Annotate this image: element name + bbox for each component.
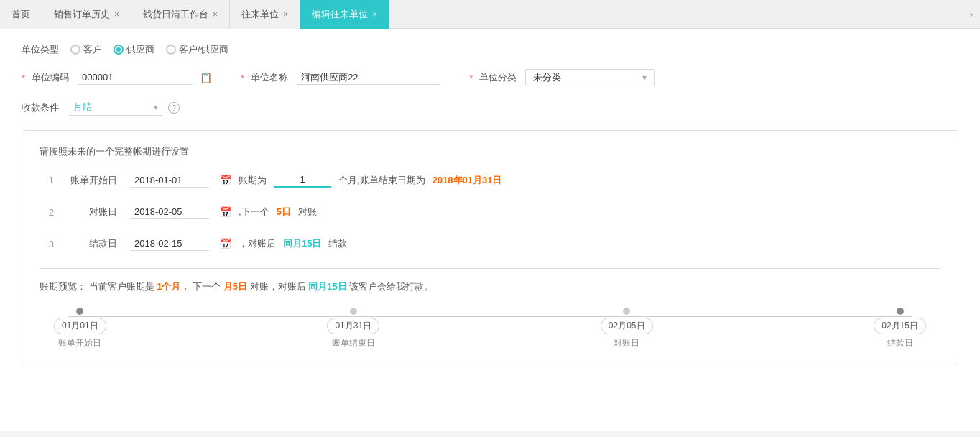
- timeline-item-1: 01月31日 账单结束日: [327, 308, 379, 349]
- unit-name-label: 单位名称: [251, 71, 288, 84]
- unit-name-group: * 单位名称: [241, 70, 440, 85]
- unit-name-input[interactable]: [297, 70, 440, 85]
- tab-cash-work-close[interactable]: ×: [213, 9, 218, 19]
- timeline-dot-3: [897, 308, 904, 315]
- payment-select[interactable]: 月结 ▾: [69, 99, 162, 116]
- row-1-month-input[interactable]: [274, 172, 331, 188]
- tab-sales-history[interactable]: 销售订单历史 ×: [42, 0, 131, 29]
- payment-value: 月结: [73, 101, 149, 114]
- payment-help-icon[interactable]: ?: [168, 102, 180, 114]
- unit-class-group: * 单位分类 未分类 ▾: [469, 69, 655, 86]
- unit-class-label: 单位分类: [479, 71, 517, 84]
- tab-counterpart-label: 往来单位: [241, 8, 279, 21]
- tab-edit-counterpart-close[interactable]: ×: [372, 9, 377, 19]
- radio-supplier[interactable]: 供应商: [114, 43, 154, 56]
- row-3-num: 3: [40, 239, 54, 249]
- timeline-dot-2: [623, 308, 630, 315]
- preview-text-2: 下一个: [193, 281, 221, 292]
- preview-text-3: 对账，对账后: [250, 281, 306, 292]
- radio-circle-supplier: [114, 45, 124, 55]
- row-1-num: 1: [40, 175, 54, 185]
- timeline-label-3: 结款日: [887, 337, 913, 349]
- timeline-items: 01月01日 账单开始日 01月31日 账单结束日 02月05日 对账日: [54, 308, 926, 349]
- timeline-item-0: 01月01日 账单开始日: [54, 308, 106, 349]
- timeline-dot-0: [76, 308, 83, 315]
- unit-code-group: * 单位编码 📋: [22, 70, 212, 85]
- preview-highlight-3: 同月15日: [308, 281, 346, 292]
- tab-edit-counterpart[interactable]: 编辑往来单位 ×: [300, 0, 389, 29]
- preview-text-4: 该客户会给我打款。: [349, 281, 433, 292]
- radio-customer-label: 客户: [83, 43, 102, 56]
- timeline-label-0: 账单开始日: [58, 337, 101, 349]
- timeline-label-2: 对账日: [614, 337, 639, 349]
- tab-home-label: 首页: [11, 8, 30, 21]
- row-3-prefix: ，对账后: [239, 237, 276, 250]
- radio-group-unit-type: 客户 供应商 客户/供应商: [70, 43, 228, 56]
- row-1-suffix-post: 个月,账单结束日期为: [338, 174, 425, 187]
- tab-counterpart[interactable]: 往来单位 ×: [230, 0, 300, 29]
- row-3-date-input[interactable]: [130, 236, 209, 251]
- radio-customer-supplier-label: 客户/供应商: [179, 43, 228, 56]
- row-2-date-input[interactable]: [130, 205, 209, 219]
- unit-name-star: *: [241, 73, 244, 83]
- tab-counterpart-close[interactable]: ×: [283, 9, 288, 19]
- payment-row: 收款条件 月结 ▾ ?: [22, 99, 958, 116]
- timeline-item-2: 02月05日 对账日: [601, 308, 653, 349]
- unit-class-select[interactable]: 未分类 ▾: [525, 69, 655, 86]
- row-3-highlight: 同月15日: [283, 237, 321, 250]
- preview-text-1: 当前客户账期是: [89, 281, 154, 292]
- row-2-calendar-icon[interactable]: 📅: [219, 206, 231, 218]
- main-content: 单位类型 客户 供应商 客户/供应商 * 单位编码 📋 * 单位名称: [0, 29, 980, 431]
- data-row-1: 1 账单开始日 📅 账期为 个月,账单结束日期为 2018年01月31日: [40, 172, 940, 188]
- row-1-end-date: 2018年01月31日: [433, 174, 502, 187]
- data-row-3: 3 结款日 📅 ，对账后 同月15日 结款: [40, 236, 940, 251]
- unit-class-value: 未分类: [533, 71, 638, 84]
- unit-info-row: * 单位编码 📋 * 单位名称 * 单位分类 未分类 ▾: [22, 69, 958, 86]
- row-2-label: 对账日: [67, 206, 117, 218]
- row-2-prefix: ,下一个: [239, 206, 269, 218]
- row-3-calendar-icon[interactable]: 📅: [219, 238, 231, 249]
- payment-dropdown-arrow-icon: ▾: [154, 103, 158, 112]
- data-row-2: 2 对账日 📅 ,下一个 5日 对账: [40, 205, 940, 219]
- timeline-pill-0: 01月01日: [54, 318, 106, 334]
- unit-code-calendar-icon[interactable]: 📋: [200, 72, 212, 83]
- row-1-date-input[interactable]: [130, 173, 209, 188]
- tab-cash-work[interactable]: 钱货日清工作台 ×: [131, 0, 230, 29]
- payment-label: 收款条件: [22, 101, 59, 114]
- row-2-highlight: 5日: [277, 206, 291, 218]
- tab-sales-history-label: 销售订单历史: [54, 8, 110, 21]
- row-2-num: 2: [40, 207, 54, 218]
- tab-cash-work-label: 钱货日清工作台: [143, 8, 208, 21]
- timeline-pill-1: 01月31日: [327, 318, 379, 334]
- tab-sales-history-close[interactable]: ×: [114, 9, 119, 19]
- section-box: 请按照未来的一个完整帐期进行设置 1 账单开始日 📅 账期为 个月,账单结束日期…: [22, 130, 958, 364]
- row-3-label: 结款日: [67, 237, 117, 250]
- radio-circle-customer-supplier: [166, 45, 176, 55]
- preview-text: 账期预览： 当前客户账期是 1个月， 下一个 月5日 对账，对账后 同月15日 …: [40, 280, 940, 293]
- radio-customer-supplier[interactable]: 客户/供应商: [166, 43, 228, 56]
- timeline-label-1: 账单结束日: [332, 337, 375, 349]
- unit-class-star: *: [469, 73, 473, 83]
- unit-code-star: *: [22, 73, 25, 83]
- timeline-line: [68, 316, 912, 317]
- radio-customer[interactable]: 客户: [70, 43, 102, 56]
- row-1-calendar-icon[interactable]: 📅: [219, 175, 231, 186]
- unit-class-arrow-icon: ▾: [642, 73, 647, 83]
- row-1-label: 账单开始日: [67, 174, 117, 187]
- section-title: 请按照未来的一个完整帐期进行设置: [40, 145, 940, 158]
- tab-home[interactable]: 首页: [0, 0, 42, 29]
- tabs-bar: 首页 销售订单历史 × 钱货日清工作台 × 往来单位 × 编辑往来单位 × ›: [0, 0, 980, 29]
- preview-label: 账期预览：: [40, 281, 86, 292]
- timeline-item-3: 02月15日 结款日: [874, 308, 926, 349]
- timeline-pill-2: 02月05日: [601, 318, 653, 334]
- row-3-suffix: 结款: [328, 237, 347, 250]
- unit-type-row: 单位类型 客户 供应商 客户/供应商: [22, 43, 958, 56]
- preview-section: 账期预览： 当前客户账期是 1个月， 下一个 月5日 对账，对账后 同月15日 …: [40, 268, 940, 349]
- row-2-suffix: 对账: [298, 206, 317, 218]
- tabs-scroll-arrow[interactable]: ›: [963, 9, 980, 19]
- timeline-pill-3: 02月15日: [874, 318, 926, 334]
- preview-highlight-1: 1个月，: [157, 281, 190, 292]
- preview-highlight-2: 月5日: [223, 281, 247, 292]
- unit-code-input[interactable]: [78, 70, 193, 85]
- radio-circle-customer: [70, 45, 80, 55]
